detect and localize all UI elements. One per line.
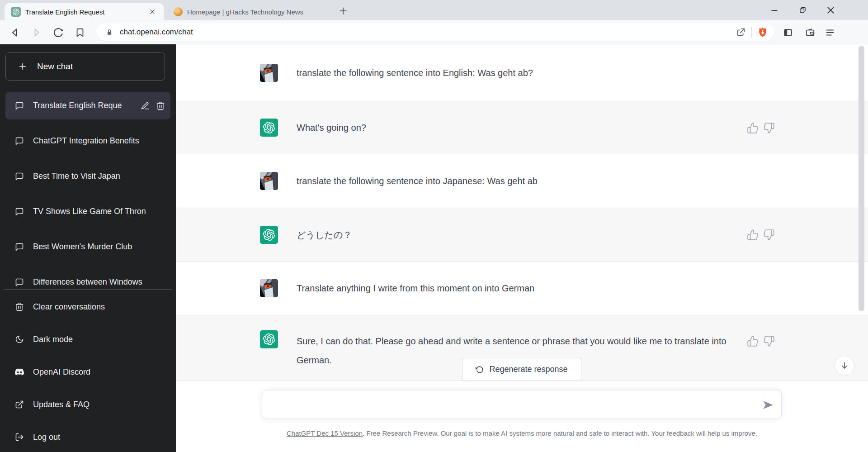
trash-icon[interactable] [156,101,165,110]
conversation-label: ChatGPT Integration Benefits [33,136,170,146]
share-icon [736,27,746,37]
updates-faq-button[interactable]: Updates & FAQ [5,391,170,418]
message-row-assistant: どうしたの？ [176,208,868,262]
tab-title: Translate English Request [25,8,147,16]
new-chat-button[interactable]: New chat [5,52,165,81]
message-row-user: translate the following sentence into En… [176,44,868,101]
openai-discord-button[interactable]: OpenAI Discord [5,359,170,385]
back-button[interactable] [8,25,22,40]
back-icon [9,27,20,38]
minimize-button[interactable] [764,0,785,20]
brave-shields-button[interactable] [757,27,768,38]
arrow-down-icon [840,361,849,370]
conversation-item-murder-club[interactable]: Best Women's Murder Club [5,233,170,261]
chat-bubble-icon [15,137,24,146]
bookmark-icon [75,28,85,38]
conversation-label: Best Time to Visit Japan [33,171,170,181]
clear-conversations-button[interactable]: Clear conversations [5,294,170,320]
pencil-icon[interactable] [141,101,150,110]
conversation-label: TV Shows Like Game Of Thron [33,207,170,216]
message-text: What's going on? [297,118,366,137]
scroll-to-bottom-button[interactable] [835,356,854,376]
message-text: translate the following sentence into Ja… [297,171,538,190]
thumbs-down-icon[interactable] [763,335,775,347]
menu-label: Updates & FAQ [33,400,90,409]
thumbs-up-icon[interactable] [747,229,759,241]
regenerate-response-button[interactable]: Regenerate response [462,358,581,381]
tab-title: Homepage | gHacks Technology News [187,8,320,16]
forward-icon [31,27,42,38]
bookmark-button[interactable] [73,25,87,40]
regenerate-icon [476,366,484,374]
message-input[interactable] [270,395,750,415]
reload-button[interactable] [51,25,66,40]
chat-area: translate the following sentence into En… [176,44,868,452]
conversation-item-translate-english[interactable]: Translate English Reque [5,92,170,119]
menu-label: Clear conversations [33,302,105,312]
regenerate-label: Regenerate response [489,365,567,374]
user-avatar [260,64,278,82]
moon-icon [15,335,24,344]
menu-label: Log out [33,433,60,442]
message-row-user: Translate anything I write from this mom… [176,262,868,315]
sidebar-menu: Clear conversations Dark mode OpenAI Dis… [0,294,176,452]
window-controls [764,0,841,20]
chatgpt-avatar [260,330,278,348]
user-avatar [260,279,278,297]
sidebar-panel-icon [783,28,793,38]
chatgpt-avatar [260,119,278,137]
log-out-button[interactable]: Log out [5,424,170,450]
message-input-container [262,390,782,419]
address-bar[interactable]: chat.openai.com/chat [96,24,774,41]
thumbs-down-icon[interactable] [763,229,775,241]
close-window-button[interactable] [820,0,841,20]
chat-bubble-icon [15,243,24,252]
new-chat-label: New chat [37,62,73,71]
chat-footer: ChatGPT Dec 15 Version. Free Research Pr… [176,429,868,437]
menu-icon [825,28,835,38]
browser-toolbar: chat.openai.com/chat [0,20,868,44]
urlbar-separator [751,27,752,38]
message-text: どうしたの？ [297,225,352,244]
thumbs-up-icon[interactable] [747,122,759,134]
chat-scrollbar[interactable] [859,46,864,311]
conversation-list: Translate English Reque ChatGPT Integrat… [0,92,176,304]
tab-ghacks[interactable]: Homepage | gHacks Technology News [167,3,326,20]
new-tab-button[interactable] [337,5,349,17]
trash-icon [15,302,24,311]
chatgpt-favicon-icon [11,7,21,17]
feedback-buttons [747,229,775,241]
brave-shield-icon [757,27,768,38]
menu-label: OpenAI Discord [33,367,90,377]
chatgpt-avatar [260,226,278,244]
share-button[interactable] [736,27,746,37]
thumbs-down-icon[interactable] [763,122,775,134]
send-icon[interactable] [762,399,774,411]
conversation-item-differences-windows[interactable]: Differences between Windows [5,268,170,296]
conversation-item-tv-shows[interactable]: TV Shows Like Game Of Thron [5,198,170,225]
conversation-label: Differences between Windows [33,277,170,287]
restore-button[interactable] [792,0,813,20]
forward-button[interactable] [29,25,44,40]
plus-icon [18,62,27,71]
wallet-button[interactable] [803,25,817,40]
message-text: translate the following sentence into En… [297,63,533,82]
browser-menu-button[interactable] [823,25,837,40]
wallet-icon [805,28,815,38]
sidebar-toggle-button[interactable] [781,25,795,40]
thumbs-up-icon[interactable] [747,335,759,347]
version-link[interactable]: ChatGPT Dec 15 Version [287,429,363,437]
close-tab-icon[interactable] [147,7,157,17]
sidebar-divider [4,290,172,290]
conversation-item-visit-japan[interactable]: Best Time to Visit Japan [5,162,170,190]
dark-mode-button[interactable]: Dark mode [5,326,170,352]
sidebar: New chat Translate English Reque ChatGPT… [0,44,176,452]
message-row-user: translate the following sentence into Ja… [176,154,868,208]
logout-icon [15,433,24,442]
ghacks-favicon-icon [174,7,183,16]
chat-bubble-icon [15,278,24,287]
message-text: Translate anything I write from this mom… [297,279,534,298]
tab-chatgpt[interactable]: Translate English Request [5,3,164,20]
chat-bubble-icon [15,101,24,110]
conversation-item-chatgpt-integration[interactable]: ChatGPT Integration Benefits [5,127,170,155]
